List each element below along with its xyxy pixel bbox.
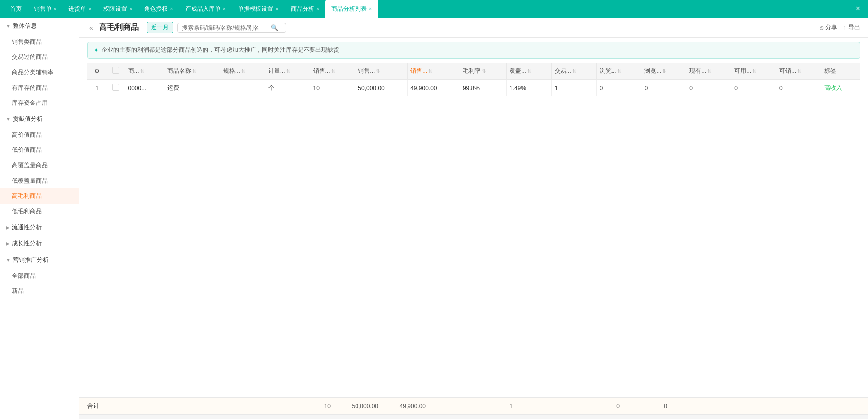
col-unit[interactable]: 计量... ⇅ — [265, 63, 310, 80]
arrow-liquidity: ▶ — [6, 225, 10, 230]
col-gross-margin[interactable]: 毛利率 ⇅ — [460, 63, 506, 80]
sidebar-group-contribution[interactable]: ▼ 贡献值分析 — [0, 111, 79, 127]
cell-available: 0 — [731, 80, 776, 96]
col-sales-qty[interactable]: 销售... ⇅ — [310, 63, 355, 80]
footer-transaction: 1 — [473, 403, 513, 410]
cell-name: 运费 — [164, 80, 220, 96]
col-current-stock[interactable]: 现有... ⇅ — [686, 63, 731, 80]
cell-browse1[interactable]: 0 — [596, 80, 641, 96]
settings-icon[interactable]: ⚙ — [94, 68, 100, 75]
col-sales-amount[interactable]: 销售... ⇅ — [355, 63, 408, 80]
cell-tag: 高收入 — [821, 80, 860, 96]
nav-sales[interactable]: 销售单 × — [28, 0, 62, 18]
col-browse1[interactable]: 浏览... ⇅ — [596, 63, 641, 80]
sidebar-item-low-value[interactable]: 低价值商品 — [0, 142, 79, 158]
nav-inventory[interactable]: 产成品入库单 × — [179, 0, 232, 18]
footer-label: 合计： — [87, 402, 105, 410]
sidebar-item-category-rate[interactable]: 商品分类辅销率 — [0, 65, 79, 80]
content-header: « 高毛利商品 近一月 🔍 ⎋ 分享 ↑ 导出 — [79, 18, 868, 38]
sidebar-item-low-coverage[interactable]: 低覆盖量商品 — [0, 173, 79, 188]
table-header-row: ⚙ 商... ⇅ 商品名称 — [87, 63, 860, 80]
sort-icon-sales-amount: ⇅ — [376, 68, 380, 74]
filter-recent-month-button[interactable]: 近一月 — [147, 22, 173, 33]
share-button[interactable]: ⎋ 分享 — [820, 23, 837, 32]
info-text: 企业的主要的利润都是这部分商品创造的，可考虑加大推广，同时关注库存是不要出现缺货 — [102, 46, 339, 54]
footer-current-stock: 0 — [580, 403, 620, 410]
sidebar-item-new-goods[interactable]: 新品 — [0, 283, 79, 299]
col-checkbox[interactable] — [107, 63, 125, 80]
arrow-marketing: ▼ — [6, 257, 11, 263]
cell-code: 0000... — [125, 80, 164, 96]
nav-close-analysis-list[interactable]: × — [369, 6, 372, 12]
main-layout: ▼ 整体信息 销售类商品 交易过的商品 商品分类辅销率 有库存的商品 库存资金占… — [0, 18, 868, 419]
nav-close-purchase[interactable]: × — [88, 6, 91, 12]
nav-close-roles[interactable]: × — [170, 6, 173, 12]
col-browse2[interactable]: 浏览... ⇅ — [641, 63, 686, 80]
sort-icon-sales-profit: ⇅ — [428, 68, 432, 74]
sort-icon-name: ⇅ — [192, 68, 196, 74]
window-close-button[interactable]: × — [852, 4, 864, 13]
sort-icon-current-stock: ⇅ — [707, 68, 711, 74]
sidebar-item-high-coverage[interactable]: 高覆盖量商品 — [0, 158, 79, 173]
cell-index: 1 — [87, 80, 107, 96]
sidebar-group-overall[interactable]: ▼ 整体信息 — [0, 18, 79, 34]
cell-checkbox[interactable] — [107, 80, 125, 96]
cell-spec — [220, 80, 265, 96]
export-button[interactable]: ↑ 导出 — [843, 23, 860, 32]
horizontal-scrollbar[interactable] — [79, 414, 868, 419]
nav-analysis-list[interactable]: 商品分析列表 × — [325, 0, 378, 18]
sort-icon-coverage: ⇅ — [527, 68, 531, 74]
sidebar-group-marketing[interactable]: ▼ 营销推广分析 — [0, 252, 79, 268]
col-sales-profit[interactable]: 销售... ⇅ — [408, 63, 460, 80]
sidebar-collapse-button[interactable]: « — [87, 24, 95, 32]
col-available[interactable]: 可用... ⇅ — [731, 63, 776, 80]
sidebar-group-growth[interactable]: ▶ 成长性分析 — [0, 235, 79, 252]
nav-close-analysis[interactable]: × — [316, 6, 319, 12]
sidebar-group-liquidity[interactable]: ▶ 流通性分析 — [0, 219, 79, 235]
top-nav: 首页 销售单 × 进货单 × 权限设置 × 角色授权 × 产成品入库单 × 单据… — [0, 0, 868, 18]
col-settings[interactable]: ⚙ — [87, 63, 107, 80]
sidebar-item-high-margin[interactable]: 高毛利商品 — [0, 188, 79, 204]
search-icon[interactable]: 🔍 — [271, 24, 278, 31]
row-checkbox[interactable] — [112, 84, 119, 91]
search-input[interactable] — [182, 24, 271, 31]
sidebar-item-traded-goods[interactable]: 交易过的商品 — [0, 49, 79, 65]
nav-template[interactable]: 单据模板设置 × — [232, 0, 284, 18]
select-all-checkbox[interactable] — [112, 67, 119, 74]
cell-sales-qty: 10 — [310, 80, 355, 96]
nav-home[interactable]: 首页 — [4, 0, 28, 18]
nav-close-inventory[interactable]: × — [223, 6, 226, 12]
col-name[interactable]: 商品名称 ⇅ — [164, 63, 220, 80]
browse1-link[interactable]: 0 — [600, 85, 603, 92]
col-transaction[interactable]: 交易... ⇅ — [551, 63, 596, 80]
footer-sales-profit: 49,900.00 — [386, 403, 426, 410]
sidebar-item-low-margin[interactable]: 低毛利商品 — [0, 204, 79, 219]
col-tag[interactable]: 标签 — [821, 63, 860, 80]
nav-purchase[interactable]: 进货单 × — [62, 0, 97, 18]
nav-roles[interactable]: 角色授权 × — [138, 0, 179, 18]
col-code[interactable]: 商... ⇅ — [125, 63, 164, 80]
arrow-contribution: ▼ — [6, 116, 11, 122]
info-banner: ✦ 企业的主要的利润都是这部分商品创造的，可考虑加大推广，同时关注库存是不要出现… — [87, 42, 860, 59]
sidebar-item-all-goods[interactable]: 全部商品 — [0, 268, 79, 283]
col-coverage[interactable]: 覆盖... ⇅ — [506, 63, 551, 80]
nav-close-permissions[interactable]: × — [129, 6, 132, 12]
nav-permissions[interactable]: 权限设置 × — [98, 0, 138, 18]
col-spec[interactable]: 规格... ⇅ — [220, 63, 265, 80]
arrow-overall: ▼ — [6, 23, 11, 29]
cell-sales-amount: 50,000.00 — [355, 80, 408, 96]
sidebar-item-high-value[interactable]: 高价值商品 — [0, 127, 79, 142]
cell-sales-profit: 49,900.00 — [408, 80, 460, 96]
sort-icon-saleable: ⇅ — [797, 68, 801, 74]
nav-close-sales[interactable]: × — [53, 6, 56, 12]
col-saleable[interactable]: 可销... ⇅ — [776, 63, 821, 80]
search-box[interactable]: 🔍 — [177, 23, 286, 33]
cell-browse2: 0 — [641, 80, 686, 96]
nav-analysis[interactable]: 商品分析 × — [285, 0, 325, 18]
sidebar-item-sales-goods[interactable]: 销售类商品 — [0, 34, 79, 49]
footer-available: 0 — [628, 403, 667, 410]
nav-close-template[interactable]: × — [275, 6, 278, 12]
sidebar-item-stock-capital[interactable]: 库存资金占用 — [0, 95, 79, 111]
tag-label: 高收入 — [824, 84, 842, 91]
sidebar-item-stocked-goods[interactable]: 有库存的商品 — [0, 80, 79, 95]
